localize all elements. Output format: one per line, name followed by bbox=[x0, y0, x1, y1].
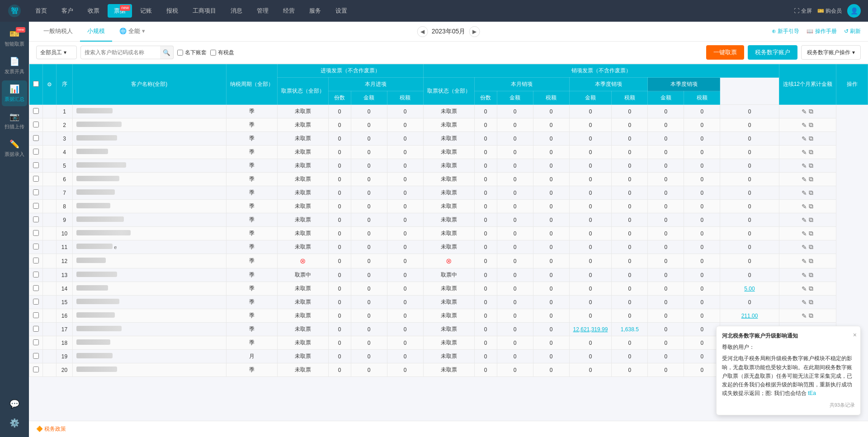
copy-icon[interactable]: ⧉ bbox=[809, 162, 813, 169]
sidebar-item-summary[interactable]: 📊 票据汇总 bbox=[2, 80, 27, 106]
search-button[interactable]: 🔍 bbox=[160, 46, 174, 59]
member-btn[interactable]: 🎫 购会员 bbox=[817, 7, 842, 15]
notification-close-btn[interactable]: × bbox=[853, 330, 857, 340]
copy-icon[interactable]: ⧉ bbox=[809, 108, 813, 115]
sidebar-item-scan[interactable]: 📷 扫描上传 bbox=[2, 108, 27, 134]
edit-icon[interactable]: ✎ bbox=[802, 189, 807, 197]
edit-icon[interactable]: ✎ bbox=[802, 176, 807, 183]
sidebar-item-message[interactable]: 💬 bbox=[2, 395, 27, 413]
copy-icon[interactable]: ⧉ bbox=[809, 312, 813, 320]
row-checkbox[interactable] bbox=[29, 118, 43, 132]
sidebar-item-open-invoice[interactable]: 📄 发票开具 bbox=[2, 53, 27, 79]
copy-icon[interactable]: ⧉ bbox=[809, 271, 813, 279]
edit-icon[interactable]: ✎ bbox=[802, 258, 807, 265]
row-checkbox[interactable] bbox=[29, 146, 43, 159]
row-checkbox[interactable] bbox=[29, 132, 43, 146]
copy-icon[interactable]: ⧉ bbox=[809, 175, 813, 183]
fullscreen-btn[interactable]: ⛶ 全屏 bbox=[794, 7, 811, 15]
tax-disk-checkbox[interactable] bbox=[210, 50, 216, 56]
nav-tax[interactable]: 报税 bbox=[160, 4, 184, 18]
row-checkbox[interactable] bbox=[29, 105, 43, 118]
nav-invoice[interactable]: 票据 new bbox=[108, 4, 132, 18]
copy-icon[interactable]: ⧉ bbox=[809, 257, 813, 265]
refresh-btn[interactable]: ↺ 刷新 bbox=[844, 28, 861, 35]
row-checkbox[interactable] bbox=[29, 363, 43, 377]
row-checkbox[interactable] bbox=[29, 309, 43, 323]
date-next-btn[interactable]: ▶ bbox=[469, 26, 480, 37]
copy-icon[interactable]: ⧉ bbox=[809, 189, 813, 197]
copy-icon[interactable]: ⧉ bbox=[809, 216, 813, 224]
sidebar-item-settings[interactable]: ⚙️ bbox=[2, 414, 27, 432]
edit-icon[interactable]: ✎ bbox=[802, 244, 807, 251]
employee-filter[interactable]: 全部员工 ▾ bbox=[36, 46, 77, 59]
row-checkbox[interactable] bbox=[29, 159, 43, 173]
edit-icon[interactable]: ✎ bbox=[802, 122, 807, 129]
copy-icon[interactable]: ⧉ bbox=[809, 148, 813, 156]
user-avatar[interactable]: 👤 bbox=[847, 4, 861, 18]
ledger-checkbox[interactable] bbox=[177, 50, 183, 56]
tab-small-scale[interactable]: 小规模 bbox=[80, 22, 112, 42]
app-logo[interactable]: 智 bbox=[7, 4, 22, 18]
one-click-ticket-btn[interactable]: 一键取票 bbox=[706, 45, 744, 60]
copy-icon[interactable]: ⧉ bbox=[809, 298, 813, 306]
edit-icon[interactable]: ✎ bbox=[802, 312, 807, 320]
edit-icon[interactable]: ✎ bbox=[802, 299, 807, 306]
copy-icon[interactable]: ⧉ bbox=[809, 230, 813, 237]
nav-business[interactable]: 工商项目 bbox=[186, 4, 222, 18]
row-checkbox[interactable] bbox=[29, 336, 43, 350]
sidebar-item-entry[interactable]: ✏️ 票据录入 bbox=[2, 136, 27, 161]
nav-manage[interactable]: 管理 bbox=[250, 4, 275, 18]
digital-account-btn[interactable]: 税务数字账户 bbox=[748, 45, 797, 60]
cumulative[interactable]: 5.00 bbox=[720, 282, 779, 296]
notification-link[interactable]: tEa bbox=[808, 390, 816, 396]
search-input[interactable] bbox=[80, 46, 162, 59]
ledger-filter[interactable]: 名下账套 bbox=[177, 49, 207, 56]
nav-message[interactable]: 消息 bbox=[224, 4, 249, 18]
copy-icon[interactable]: ⧉ bbox=[809, 285, 813, 292]
sidebar-item-smart-ticket[interactable]: 🎫 智能取票 new bbox=[2, 25, 27, 51]
row-checkbox[interactable] bbox=[29, 282, 43, 296]
tax-disk-filter[interactable]: 有税盘 bbox=[210, 49, 234, 56]
copy-icon[interactable]: ⧉ bbox=[809, 243, 813, 251]
copy-icon[interactable]: ⧉ bbox=[809, 121, 813, 129]
manual-btn[interactable]: 📖 操作手册 bbox=[807, 28, 836, 35]
row-checkbox[interactable] bbox=[29, 227, 43, 240]
nav-settings[interactable]: 设置 bbox=[329, 4, 354, 18]
edit-icon[interactable]: ✎ bbox=[802, 135, 807, 142]
tax-policy-link[interactable]: 🔶 税务政策 bbox=[36, 425, 66, 433]
copy-icon[interactable]: ⧉ bbox=[809, 202, 813, 210]
edit-icon[interactable]: ✎ bbox=[802, 203, 807, 210]
tab-all[interactable]: 🌐 全能 ▾ bbox=[112, 22, 152, 42]
row-checkbox[interactable] bbox=[29, 296, 43, 309]
date-prev-btn[interactable]: ◀ bbox=[417, 26, 428, 37]
row-checkbox[interactable] bbox=[29, 186, 43, 200]
nav-customer[interactable]: 客户 bbox=[55, 4, 80, 18]
cumulative[interactable]: 211.00 bbox=[720, 309, 779, 323]
edit-icon[interactable]: ✎ bbox=[802, 149, 807, 156]
row-checkbox[interactable] bbox=[29, 350, 43, 363]
tab-general-taxpayer[interactable]: 一般纳税人 bbox=[36, 22, 80, 42]
nav-service[interactable]: 服务 bbox=[303, 4, 327, 18]
select-all-checkbox[interactable] bbox=[33, 81, 39, 87]
row-checkbox[interactable] bbox=[29, 173, 43, 186]
row-checkbox[interactable] bbox=[29, 200, 43, 213]
row-checkbox[interactable] bbox=[29, 268, 43, 282]
nav-bookkeeping[interactable]: 记账 bbox=[134, 4, 158, 18]
edit-icon[interactable]: ✎ bbox=[802, 216, 807, 224]
copy-icon[interactable]: ⧉ bbox=[809, 135, 813, 142]
digital-account-dropdown-btn[interactable]: 税务数字账户操作 ▾ bbox=[801, 45, 861, 60]
nav-operation[interactable]: 经营 bbox=[277, 4, 301, 18]
nav-home[interactable]: 首页 bbox=[29, 4, 53, 18]
edit-icon[interactable]: ✎ bbox=[802, 285, 807, 292]
row-checkbox[interactable] bbox=[29, 254, 43, 268]
ret-amount[interactable]: 12,621,319.99 bbox=[569, 323, 612, 336]
nav-receive[interactable]: 收票 bbox=[81, 4, 106, 18]
edit-icon[interactable]: ✎ bbox=[802, 162, 807, 169]
row-checkbox[interactable] bbox=[29, 323, 43, 336]
edit-icon[interactable]: ✎ bbox=[802, 230, 807, 237]
row-checkbox[interactable] bbox=[29, 240, 43, 254]
edit-icon[interactable]: ✎ bbox=[802, 272, 807, 279]
guide-btn[interactable]: ⊕ 新手引导 bbox=[772, 28, 799, 35]
edit-icon[interactable]: ✎ bbox=[802, 108, 807, 115]
row-checkbox[interactable] bbox=[29, 213, 43, 227]
